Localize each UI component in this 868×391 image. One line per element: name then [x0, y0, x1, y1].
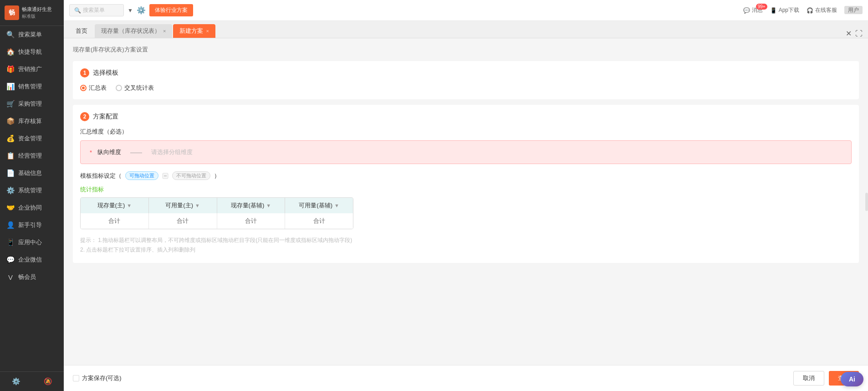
page-title: 现存量(库存状况表)方案设置 — [73, 46, 859, 54]
stats-title: 统计指标 — [80, 185, 852, 194]
tips-section: 提示： 1.拖动标题栏可以调整布局，不可跨维度或指标区域拖动栏目字段(只能在同一… — [80, 237, 852, 254]
template-setting-suffix: ） — [214, 172, 220, 180]
save-checkbox[interactable] — [73, 375, 79, 381]
stats-col-1[interactable]: 可用量(主) ▼ — [149, 198, 217, 213]
radio-summary-circle — [80, 85, 87, 91]
user-menu[interactable]: 用户 — [844, 6, 863, 14]
sidebar-item-operations[interactable]: 📋 经营管理 — [0, 147, 64, 165]
sidebar-item-member[interactable]: V 畅会员 — [0, 268, 64, 286]
gift-icon: 🎁 — [6, 65, 15, 73]
sidebar-item-newbie[interactable]: 👤 新手引导 — [0, 216, 64, 234]
user-icon: 👤 — [6, 221, 15, 229]
topbar-dropdown[interactable]: ▼ — [128, 7, 133, 14]
step2-header: 2 方案配置 — [80, 112, 852, 121]
cancel-button[interactable]: 取消 — [793, 371, 824, 386]
stats-body-1: 合计 — [149, 213, 217, 229]
ai-button[interactable]: Ai — [841, 372, 863, 386]
message-badge: 99+ — [756, 4, 767, 10]
sidebar-item-quicknav[interactable]: 🏠 快捷导航 — [0, 43, 64, 61]
step1-num: 1 — [80, 68, 89, 77]
movable-tag: 可拖动位置 — [125, 171, 158, 180]
close-window-btn[interactable]: ✕ — [846, 29, 852, 38]
online-service-btn[interactable]: 🎧 在线客服 — [807, 6, 837, 14]
messages-btn[interactable]: 💬 消息 99+ — [743, 6, 763, 14]
avatar: 用户 — [844, 6, 863, 14]
step2-num: 2 — [80, 112, 89, 121]
sidebar-logo: 畅 畅康通好生意 标准版 — [0, 0, 64, 26]
radio-cross-circle — [116, 85, 122, 91]
mute-btn[interactable]: 🔕 — [40, 376, 56, 387]
topbar-left: 🔍 搜索菜单 ▼ ⚙️ 体验行业方案 — [69, 4, 740, 16]
template-setting-mid — [162, 173, 168, 179]
tip-2: 2. 点击标题栏下拉可设置排序、插入列和删除列 — [80, 246, 852, 254]
topbar-right: 💬 消息 99+ 📱 App下载 🎧 在线客服 用户 — [743, 6, 863, 14]
sidebar-item-wechat[interactable]: 💬 企业微信 — [0, 251, 64, 268]
search-icon: 🔍 — [74, 7, 81, 14]
stats-col-2[interactable]: 现存量(基辅) ▼ — [217, 198, 286, 213]
money-icon: 💰 — [6, 134, 15, 143]
topbar: 🔍 搜索菜单 ▼ ⚙️ 体验行业方案 💬 消息 99+ 📱 App下载 🎧 在线… — [64, 0, 868, 21]
sidebar-item-system[interactable]: ⚙️ 系统管理 — [0, 182, 64, 199]
stats-col-0[interactable]: 现存量(主) ▼ — [81, 198, 149, 213]
dim-dash: —— — [130, 149, 142, 156]
tag-separator-icon — [162, 173, 168, 179]
stats-table-body: 合计 合计 合计 合计 — [81, 213, 353, 229]
step1-section: 1 选择模板 汇总表 交叉统计表 — [73, 61, 859, 99]
dimension-box[interactable]: * 纵向维度 —— 请选择分组维度 — [80, 140, 852, 164]
main-area: 🔍 搜索菜单 ▼ ⚙️ 体验行业方案 💬 消息 99+ 📱 App下载 🎧 在线… — [64, 0, 868, 391]
stats-col-3-dropdown[interactable]: ▼ — [334, 203, 339, 208]
handshake-icon: 🤝 — [6, 204, 15, 212]
stats-col-0-dropdown[interactable]: ▼ — [127, 203, 132, 208]
chart-icon: 📊 — [6, 82, 15, 91]
logo-text: 畅康通好生意 标准版 — [22, 6, 52, 19]
stats-table-header: 现存量(主) ▼ 可用量(主) ▼ 现存量(基辅) ▼ 可用量(基辅) — [81, 198, 353, 213]
cart-icon: 🛒 — [6, 100, 15, 108]
resize-handle[interactable] — [865, 193, 868, 211]
home-icon: 🏠 — [6, 48, 15, 56]
template-radio-group: 汇总表 交叉统计表 — [80, 84, 852, 92]
sidebar-item-marketing[interactable]: 🎁 营销推广 — [0, 61, 64, 78]
footer: 方案保存(可选) 取消 查询 — [64, 365, 868, 391]
sidebar-item-inventory[interactable]: 📦 库存核算 — [0, 113, 64, 130]
dim-placeholder: 请选择分组维度 — [151, 148, 193, 156]
industry-btn[interactable]: 体验行业方案 — [149, 4, 193, 16]
step1-header: 1 选择模板 — [80, 68, 852, 77]
logo-icon: 畅 — [5, 5, 19, 20]
expand-window-btn[interactable]: ⛶ — [855, 30, 863, 38]
sidebar-item-apps[interactable]: 📱 应用中心 — [0, 234, 64, 251]
tab-close-new-scheme[interactable]: × — [206, 28, 209, 34]
sidebar-item-finance[interactable]: 💰 资金管理 — [0, 130, 64, 147]
sidebar-bottom: ⚙️ 🔕 — [0, 371, 64, 391]
stats-col-1-dropdown[interactable]: ▼ — [195, 203, 200, 208]
content-area: 现存量(库存状况表)方案设置 1 选择模板 汇总表 交叉统计表 2 — [64, 38, 868, 365]
radio-cross[interactable]: 交叉统计表 — [116, 84, 154, 92]
search-icon: 🔍 — [6, 31, 15, 39]
stats-col-3[interactable]: 可用量(基辅) ▼ — [285, 198, 353, 213]
document-icon: 📄 — [6, 169, 15, 177]
stats-col-2-dropdown[interactable]: ▼ — [266, 203, 271, 208]
template-setting-prefix: 模板指标设定（ — [80, 172, 122, 180]
sidebar-item-enterprise[interactable]: 🤝 企业协同 — [0, 199, 64, 216]
app-download-btn[interactable]: 📱 App下载 — [770, 6, 799, 14]
fixed-tag: 不可拖动位置 — [172, 171, 210, 180]
vip-icon: V — [6, 273, 15, 281]
summary-dim-label: 汇总维度（必选） — [80, 128, 852, 136]
radio-summary[interactable]: 汇总表 — [80, 84, 107, 92]
settings-bottom-btn[interactable]: ⚙️ — [8, 376, 24, 387]
tab-close-inventory[interactable]: × — [163, 28, 166, 34]
tab-new-scheme[interactable]: 新建方案 × — [173, 24, 215, 38]
search-box[interactable]: 🔍 搜索菜单 — [69, 4, 124, 16]
sidebar-item-sales[interactable]: 📊 销售管理 — [0, 78, 64, 95]
sidebar-item-purchase[interactable]: 🛒 采购管理 — [0, 95, 64, 113]
topbar-settings-icon[interactable]: ⚙️ — [137, 6, 146, 15]
sidebar-item-search[interactable]: 🔍 搜索菜单 — [0, 26, 64, 43]
template-setting-row: 模板指标设定（ 可拖动位置 不可拖动位置 ） — [80, 171, 852, 180]
gear-icon: ⚙️ — [6, 186, 15, 195]
tab-inventory-status[interactable]: 现存量（库存状况表） × — [95, 24, 172, 38]
clipboard-icon: 📋 — [6, 152, 15, 160]
mobile-icon: 📱 — [6, 238, 15, 247]
save-label: 方案保存(可选) — [82, 374, 122, 382]
tab-home[interactable]: 首页 — [69, 24, 94, 38]
step2-section: 2 方案配置 汇总维度（必选） * 纵向维度 —— 请选择分组维度 模板指标设定… — [73, 105, 859, 263]
sidebar-item-basic[interactable]: 📄 基础信息 — [0, 165, 64, 182]
